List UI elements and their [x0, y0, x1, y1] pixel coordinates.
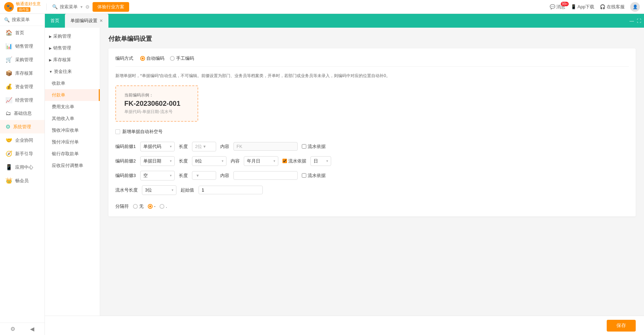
prefix2-content-chevron-icon: ▾	[273, 159, 275, 163]
sep-dash-dot	[148, 204, 153, 209]
prefix1-content-input[interactable]	[233, 142, 298, 151]
settings-bottom-icon[interactable]: ⚙	[10, 326, 15, 332]
main-content: 付款单编码设置 编码方式 自动编码 手工编码	[100, 28, 644, 316]
prefix2-period-select[interactable]: 日 ▾	[310, 156, 331, 166]
arrow-icon: ▶	[49, 35, 52, 38]
sub-item-adjustment[interactable]: 应收应付调整单	[45, 160, 100, 171]
collapse-icon[interactable]: ◀	[30, 326, 34, 332]
group-purchase-label: 采购管理	[53, 33, 71, 39]
prefix1-length-select[interactable]: 2位 ▾	[192, 142, 216, 151]
form-rows: 编码前缀1 单据代码 ▾ 长度 2位 ▾ 内容	[115, 142, 629, 210]
prefix3-content-input[interactable]	[233, 171, 298, 180]
prefix2-content-select[interactable]: 年月日 ▾	[244, 156, 278, 166]
group-capital[interactable]: ▼ 资金往来	[45, 66, 100, 77]
tab-document-encoding[interactable]: 单据编码设置 ✕	[65, 14, 108, 28]
group-inventory[interactable]: ▶ 库存核算	[45, 54, 100, 66]
prefix2-stream-check: 流水依据	[282, 158, 306, 164]
prefix3-content-label: 内容	[220, 173, 229, 179]
tab-close-icon[interactable]: ✕	[99, 18, 103, 23]
sub-item-bank[interactable]: 银行存取款单	[45, 148, 100, 160]
arrow-down-icon: ▼	[49, 70, 52, 74]
sidebar-item-enterprise[interactable]: 🤝 企业协同	[0, 133, 45, 147]
sidebar-item-guide[interactable]: 🧭 新手引导	[0, 147, 45, 160]
prefix2-length-select[interactable]: 8位 ▾	[192, 156, 227, 166]
sidebar-item-home[interactable]: 🏠 首页	[0, 26, 45, 39]
start-value-input[interactable]	[199, 186, 263, 194]
sidebar-item-app-center[interactable]: 📱 应用中心	[0, 160, 45, 174]
topbar-left: 🐾 畅通道好生意 插件版 🔍 搜索菜单 ▾ ⚙ 体验行业方案	[4, 1, 129, 12]
sep-dash-radio[interactable]: -	[148, 204, 155, 209]
prefix2-content-label: 内容	[231, 158, 240, 164]
app-download-button[interactable]: 📱 App下载	[571, 4, 594, 10]
sep-dash-label: -	[154, 204, 155, 209]
tab-bar: 首页 单据编码设置 ✕ — ⛶	[45, 14, 644, 28]
home-icon: 🏠	[6, 29, 12, 36]
second-sidebar: ▶ 采购管理 ▶ 销售管理 ▶ 库存核算 ▼ 资金往来 收款单 付款单 费用支出…	[45, 28, 100, 316]
sidebar-item-label: 系统管理	[13, 124, 31, 130]
basic-info-icon: 🗂	[6, 110, 11, 117]
search-menu[interactable]: 🔍 搜索菜单	[52, 4, 78, 10]
serial-row: 流水号长度 3位 ▾ 起始值	[115, 185, 629, 195]
auto-fill-checkbox[interactable]	[115, 129, 120, 134]
sidebar-item-member[interactable]: 👑 畅会员	[0, 174, 45, 187]
settings-card: 编码方式 自动编码 手工编码	[108, 48, 636, 216]
sub-item-payment[interactable]: 付款单	[45, 89, 100, 101]
inventory-icon: 📦	[6, 70, 12, 76]
prefix3-length-chevron-icon: ▾	[196, 173, 199, 178]
sep-none-radio[interactable]: 无	[133, 203, 144, 210]
message-button[interactable]: 💬 消息 99+	[550, 4, 566, 10]
sub-item-other-income[interactable]: 其他收入单	[45, 113, 100, 124]
prefix2-value: 单据日期	[143, 158, 161, 164]
radio-auto-code[interactable]: 自动编码	[140, 55, 164, 62]
trial-button[interactable]: 体验行业方案	[93, 2, 129, 12]
preview-box: 当前编码示例： FK-20230602-001 单据代码-单据日期-流水号	[115, 85, 198, 122]
sidebar-item-sales[interactable]: 📊 销售管理	[0, 39, 45, 53]
sidebar-search[interactable]: 🔍 搜索菜单	[0, 14, 45, 26]
bottom-bar: 保存	[45, 316, 644, 335]
sidebar-item-basic-info[interactable]: 🗂 基础信息	[0, 107, 45, 120]
tab-home-label: 首页	[50, 18, 59, 24]
group-purchase[interactable]: ▶ 采购管理	[45, 30, 100, 42]
prefix2-label: 编码前缀2	[115, 158, 136, 164]
prefix3-stream-checkbox[interactable]	[302, 173, 306, 178]
radio-auto-code-dot	[140, 56, 145, 61]
group-sales[interactable]: ▶ 销售管理	[45, 42, 100, 54]
sidebar-item-purchase[interactable]: 🛒 采购管理	[0, 53, 45, 66]
save-button[interactable]: 保存	[607, 320, 636, 332]
sidebar-item-inventory[interactable]: 📦 库存核算	[0, 66, 45, 80]
search-icon: 🔍	[52, 4, 58, 9]
online-service-button[interactable]: 🎧 在线客服	[600, 4, 625, 10]
prefix1-select[interactable]: 单据代码 ▾	[140, 142, 175, 151]
sub-item-expense[interactable]: 费用支出单	[45, 101, 100, 113]
settings-icon[interactable]: ⚙	[85, 4, 90, 10]
prefix3-select[interactable]: 空 ▾	[140, 171, 175, 180]
sidebar-item-system[interactable]: ⚙ 系统管理	[0, 120, 45, 133]
encoding-radio-group: 自动编码 手工编码	[140, 55, 194, 62]
prefix2-stream-checkbox[interactable]	[282, 159, 287, 163]
info-text: 新增单据时，*单据编码*自动生成，不可编辑。前缀设置为部门、业务员等档案类，开单…	[115, 72, 629, 80]
preview-label: 当前编码示例：	[124, 92, 189, 98]
logo-badge: 插件版	[17, 7, 30, 12]
sidebar-item-finance[interactable]: 💰 资金管理	[0, 80, 45, 93]
prefix1-stream-label: 流水依据	[308, 143, 326, 150]
user-avatar[interactable]: 👤	[630, 2, 640, 12]
system-icon: ⚙	[6, 123, 10, 130]
chevron-down-icon[interactable]: ▾	[80, 4, 83, 9]
prefix1-stream-checkbox[interactable]	[302, 144, 306, 149]
sub-item-prepaid-payable[interactable]: 预付冲应付单	[45, 136, 100, 148]
tab-home[interactable]: 首页	[45, 14, 65, 28]
download-icon: 📱	[571, 4, 576, 9]
radio-auto-code-label: 自动编码	[146, 55, 164, 62]
prefix2-select[interactable]: 单据日期 ▾	[140, 156, 175, 166]
tab-maximize-icon[interactable]: ⛶	[637, 18, 641, 24]
sep-dot-radio[interactable]: .	[160, 204, 167, 209]
prefix3-length-select[interactable]: ▾	[192, 171, 216, 180]
sub-item-receipt[interactable]: 收款单	[45, 77, 100, 89]
app-center-icon: 📱	[6, 164, 12, 170]
radio-manual-code[interactable]: 手工编码	[170, 55, 194, 62]
sub-item-prepaid-receivable[interactable]: 预收冲应收单	[45, 124, 100, 136]
serial-length-select[interactable]: 3位 ▾	[142, 185, 176, 195]
sidebar-item-label: 应用中心	[15, 164, 33, 170]
tab-minimize-icon[interactable]: —	[629, 18, 634, 24]
sidebar-item-operations[interactable]: 📈 经营管理	[0, 93, 45, 107]
